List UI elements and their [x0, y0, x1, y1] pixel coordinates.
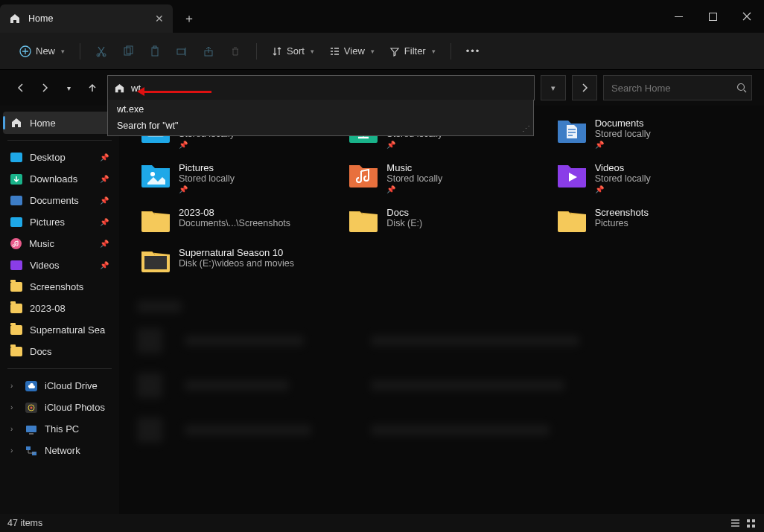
filter-button[interactable]: Filter ▾ [383, 41, 442, 61]
svg-rect-7 [152, 48, 158, 56]
share-button[interactable] [197, 41, 220, 62]
address-bar[interactable]: wt.exe Search for "wt" ⋰ [107, 75, 535, 100]
more-button[interactable]: ••• [460, 41, 487, 61]
item-subtitle: Disk (E:)\videos and movies [179, 258, 294, 269]
sidebar-label: iCloud Photos [45, 402, 105, 413]
folder-icon [348, 207, 379, 234]
item-subtitle: Documents\...\Screenshots [179, 218, 290, 228]
sidebar-label: 2023-08 [30, 303, 66, 314]
suggestion-item[interactable]: Search for "wt" [108, 118, 533, 134]
folder-icon [140, 162, 171, 189]
svg-point-27 [150, 172, 155, 176]
sidebar-item-downloads[interactable]: Downloads📌 [3, 168, 116, 190]
address-history-dropdown[interactable]: ▾ [541, 75, 566, 100]
videos-icon [10, 260, 22, 270]
icons-view-button[interactable] [745, 518, 757, 529]
svg-rect-15 [10, 217, 22, 227]
svg-point-21 [31, 406, 33, 408]
pin-icon: 📌 [100, 175, 109, 183]
pictures-icon [10, 217, 22, 227]
svg-rect-0 [675, 16, 683, 17]
sidebar-item-home[interactable]: Home [3, 112, 116, 134]
suggestion-item[interactable]: wt.exe [108, 101, 533, 118]
folder-item[interactable]: Videos Stored locally 📌 [553, 158, 746, 198]
svg-rect-22 [26, 426, 36, 432]
chevron-right-icon: › [10, 446, 18, 455]
folder-icon [10, 282, 22, 292]
sidebar-label: This PC [45, 423, 79, 435]
resize-grip-icon[interactable]: ⋰ [522, 124, 530, 134]
sidebar-label: Docs [30, 346, 52, 357]
new-tab-button[interactable]: ＋ [173, 4, 206, 33]
sidebar-item-music[interactable]: Music📌 [3, 233, 116, 254]
sidebar-item-pictures[interactable]: Pictures📌 [3, 211, 116, 233]
sidebar-item-icloud-photos[interactable]: ›iCloud Photos [3, 397, 116, 418]
iphotos-icon [25, 403, 37, 413]
delete-button[interactable] [223, 41, 247, 62]
details-view-button[interactable] [730, 518, 741, 529]
home-icon [9, 13, 21, 25]
folder-icon [140, 207, 171, 234]
new-button[interactable]: New ▾ [13, 41, 71, 62]
minimize-button[interactable] [661, 0, 695, 33]
address-input[interactable] [131, 83, 528, 94]
svg-rect-14 [10, 196, 22, 205]
documents-icon [10, 196, 22, 205]
chevron-right-icon: › [10, 403, 18, 411]
item-subtitle: Stored locally [595, 173, 651, 184]
paste-button[interactable] [143, 41, 167, 62]
toolbar: New ▾ Sort ▾ View ▾ Filter ▾ ••• [0, 33, 764, 70]
sort-button[interactable]: Sort ▾ [266, 41, 320, 61]
pin-icon: 📌 [179, 141, 235, 149]
recent-files-blurred [137, 301, 746, 445]
close-window-button[interactable] [730, 0, 764, 33]
sidebar-item-supernatural-sea[interactable]: Supernatural Sea [3, 319, 116, 341]
sidebar-item-screenshots[interactable]: Screenshots [3, 276, 116, 298]
sidebar-item-videos[interactable]: Videos📌 [3, 254, 116, 276]
back-button[interactable] [12, 79, 30, 97]
sidebar-item-docs[interactable]: Docs [3, 341, 116, 362]
statusbar: 47 items [0, 514, 764, 532]
tab-home[interactable]: Home ✕ [0, 4, 173, 33]
cut-button[interactable] [89, 41, 113, 62]
folder-item[interactable]: 2023-08 Documents\...\Screenshots [137, 202, 330, 238]
sidebar-item-network[interactable]: ›Network [3, 440, 116, 461]
sidebar-item-desktop[interactable]: Desktop📌 [3, 147, 116, 168]
search-icon [736, 83, 747, 93]
recent-dropdown[interactable]: ▾ [60, 79, 77, 97]
window-controls [661, 0, 764, 33]
folder-item[interactable]: Music Stored locally 📌 [345, 158, 538, 198]
folder-item[interactable]: Documents Stored locally 📌 [553, 113, 746, 153]
pin-icon: 📌 [100, 240, 109, 248]
copy-button[interactable] [116, 41, 140, 62]
search-input[interactable] [611, 83, 736, 94]
item-name: Supernatural Season 10 [179, 247, 294, 258]
forward-button[interactable] [36, 79, 54, 97]
item-subtitle: Stored locally [179, 173, 235, 184]
view-button[interactable]: View ▾ [323, 41, 381, 61]
go-button[interactable] [572, 75, 597, 100]
folder-item[interactable]: Docs Disk (E:) [345, 202, 538, 238]
pin-icon: 📌 [100, 218, 109, 226]
up-button[interactable] [83, 79, 101, 97]
folder-item[interactable]: Supernatural Season 10 Disk (E:)\videos … [137, 243, 330, 278]
sidebar-item-icloud-drive[interactable]: ›iCloud Drive [3, 375, 116, 397]
tab-title: Home [28, 13, 155, 24]
svg-rect-1 [709, 13, 716, 20]
svg-rect-29 [747, 519, 750, 522]
content-pane: Desktop Stored locally 📌 Downloads Store… [119, 106, 764, 514]
rename-button[interactable] [170, 41, 194, 62]
sidebar-item-2023-08[interactable]: 2023-08 [3, 298, 116, 319]
item-count: 47 items [7, 518, 42, 528]
search-box[interactable] [603, 75, 752, 100]
folder-item[interactable]: Pictures Stored locally 📌 [137, 158, 330, 198]
maximize-button[interactable] [695, 0, 730, 33]
close-icon[interactable]: ✕ [155, 13, 164, 25]
folder-icon [556, 162, 588, 189]
sidebar-item-documents[interactable]: Documents📌 [3, 190, 116, 211]
item-name: Docs [386, 207, 422, 218]
sidebar-label: Home [30, 118, 56, 129]
sidebar-item-this-pc[interactable]: ›This PC [3, 418, 116, 440]
svg-rect-31 [747, 525, 750, 528]
folder-item[interactable]: Screenshots Pictures [553, 202, 746, 238]
